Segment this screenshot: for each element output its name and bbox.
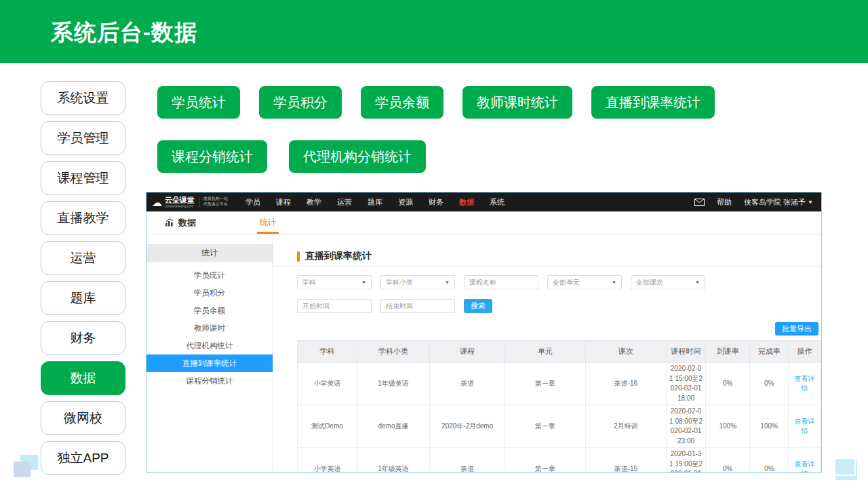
decor-square-outline — [827, 455, 856, 476]
quick-link-button[interactable]: 学员统计 — [157, 86, 240, 119]
view-details-link[interactable]: 查看详情 — [789, 363, 821, 405]
chevron-down-icon: ▼ — [808, 199, 813, 205]
panel-menu-item[interactable]: 直播到课率统计 — [146, 354, 273, 372]
cell-subcategory: 1年级英语 — [357, 448, 429, 474]
table-header-cell: 课次 — [586, 341, 667, 363]
decor-square-lavender — [14, 462, 31, 477]
admin-nav-menu-item[interactable]: 学员 — [245, 197, 260, 207]
quick-link-button[interactable]: 教师课时统计 — [462, 86, 572, 119]
table-row: 测试Demo demo直播 2020年-2月demo 第一章 2月特训 2020… — [298, 405, 821, 448]
admin-nav-menu-item[interactable]: 课程 — [276, 197, 291, 207]
cell-unit: 第一章 — [505, 363, 586, 405]
date-input[interactable]: 结束时间 — [380, 299, 455, 313]
admin-nav-menu-item[interactable]: 资源 — [398, 197, 413, 207]
quick-link-button[interactable]: 学员积分 — [259, 86, 342, 119]
tab-statistics[interactable]: 统计 — [260, 211, 276, 234]
cell-attendance-rate: 0% — [706, 448, 750, 474]
search-button[interactable]: 搜索 — [464, 299, 492, 313]
chevron-down-icon: ▼ — [445, 280, 450, 285]
cell-time: 2020-02-01 08:00至2020-02-01 23:00 — [666, 405, 706, 448]
panel-menu-item[interactable]: 教师课时 — [146, 319, 273, 337]
cell-completion-rate: 0% — [750, 448, 789, 474]
view-details-link[interactable]: 查看详情 — [789, 448, 821, 474]
logo-domain: yunduoketang.com — [165, 205, 195, 208]
admin-nav-menu-item[interactable]: 教学 — [307, 197, 321, 207]
cell-course: 2020年-2月demo — [430, 405, 505, 448]
sidebar-button[interactable]: 独立APP — [41, 441, 125, 475]
sidebar-button[interactable]: 财务 — [41, 321, 125, 355]
cell-time: 2020-02-01 15:00至2020-02-01 18:00 — [666, 363, 706, 405]
admin-nav-menu-item[interactable]: 题库 — [368, 197, 382, 207]
table-header-cell: 课程 — [430, 341, 505, 363]
cell-subcategory: 1年级英语 — [357, 363, 429, 405]
filter-control[interactable]: 学科小类 ▼ — [380, 275, 455, 289]
cell-attendance-rate: 0% — [706, 363, 750, 405]
filter-control[interactable]: 课程名称 ▼ — [464, 275, 538, 289]
account-menu[interactable]: 侠客岛学院 张涵予 ▼ — [744, 197, 813, 207]
admin-nav-menu-item[interactable]: 数据 — [459, 197, 474, 207]
attendance-table: 学科学科小类课程单元课次课程时间到课率完成率操作 小学英语 1年级英语 茶道 第… — [297, 340, 821, 473]
chevron-down-icon: ▼ — [361, 280, 366, 285]
content-title: 直播到课率统计 — [305, 250, 372, 262]
quick-link-button[interactable]: 学员余额 — [361, 86, 443, 119]
quick-link-button[interactable]: 直播到课率统计 — [591, 86, 715, 119]
cell-course: 茶道 — [430, 448, 505, 474]
filter-control[interactable]: 全部单元 ▼ — [547, 275, 622, 289]
admin-main: 直播到课率统计 学科 ▼ 学科小类 ▼ 课程名称 — [273, 235, 821, 473]
divider — [273, 266, 821, 266]
sidebar: 系统设置 学员管理 课程管理 直播教学 运营 题库 财务 数据 微网校 独立AP… — [41, 81, 125, 481]
help-link[interactable]: 帮助 — [717, 197, 732, 207]
logo[interactable]: ☁ 云朵课堂 yunduoketang.com 教育机构一站 式教务云平台 — [152, 196, 228, 207]
admin-nav-menu-item[interactable]: 运营 — [337, 197, 352, 207]
page-title: 系统后台-数据 — [51, 18, 197, 48]
panel-menu-item[interactable]: 学员统计 — [146, 266, 273, 284]
sidebar-button[interactable]: 运营 — [41, 241, 125, 275]
sidebar-button[interactable]: 题库 — [41, 281, 125, 315]
mail-icon[interactable] — [694, 199, 705, 206]
chevron-down-icon: ▼ — [695, 280, 700, 285]
panel-menu-item[interactable]: 学员余额 — [146, 302, 273, 319]
panel-header: 统计 — [146, 244, 273, 262]
cell-time: 2020-01-31 15:00至2020-01-31 18:00 — [666, 448, 706, 474]
quick-buttons-row-2: 课程分销统计 代理机构分销统计 — [157, 140, 426, 173]
admin-nav-menu-item[interactable]: 系统 — [490, 197, 505, 207]
title-accent-bar — [297, 251, 300, 262]
quick-buttons-row-1: 学员统计 学员积分 学员余额 教师课时统计 直播到课率统计 — [157, 86, 715, 119]
batch-export-button[interactable]: 批量导出 — [775, 322, 818, 336]
cell-course: 茶道 — [430, 363, 505, 405]
table-header-row: 学科学科小类课程单元课次课程时间到课率完成率操作 — [298, 341, 821, 363]
cloud-logo-icon: ☁ — [152, 197, 162, 207]
admin-nav-menu: 学员 课程 教学 运营 题库 资源 财务 数据 系统 — [245, 197, 505, 207]
filter-control[interactable]: 学科 ▼ — [297, 275, 372, 289]
panel-menu-item[interactable]: 课程分销统计 — [146, 372, 273, 390]
cell-lesson: 2月特训 — [586, 405, 667, 448]
quick-link-button[interactable]: 代理机构分销统计 — [289, 140, 426, 173]
sidebar-button[interactable]: 系统设置 — [41, 81, 125, 115]
table-row: 小学英语 1年级英语 茶道 第一章 茶道-16 2020-02-01 15:00… — [298, 363, 821, 405]
cell-subject: 小学英语 — [298, 363, 357, 405]
cell-unit: 第一章 — [505, 448, 586, 474]
cell-lesson: 茶道-15 — [586, 448, 667, 474]
sidebar-button[interactable]: 数据 — [41, 361, 125, 395]
sidebar-button[interactable]: 直播教学 — [41, 201, 125, 235]
date-input[interactable]: 开始时间 — [297, 299, 372, 313]
filter-control[interactable]: 全部课次 ▼ — [631, 275, 705, 289]
admin-side-panel: 统计 学员统计 学员积分 学员余额 教师课时 代理机构统计 直播到课率统计 课程… — [146, 235, 273, 473]
sidebar-button[interactable]: 课程管理 — [41, 161, 125, 195]
bar-chart-icon — [165, 218, 174, 228]
quick-link-button[interactable]: 课程分销统计 — [157, 140, 267, 173]
sidebar-button[interactable]: 微网校 — [41, 401, 125, 435]
filter-row-1: 学科 ▼ 学科小类 ▼ 课程名称 ▼ 全部单元 — [297, 275, 705, 289]
cell-subcategory: demo直播 — [357, 405, 429, 448]
view-details-link[interactable]: 查看详情 — [789, 405, 821, 448]
cell-subject: 测试Demo — [298, 405, 357, 448]
admin-navbar: ☁ 云朵课堂 yunduoketang.com 教育机构一站 式教务云平台 学员… — [146, 192, 821, 211]
panel-menu: 学员统计 学员积分 学员余额 教师课时 代理机构统计 直播到课率统计 课程分销统… — [146, 266, 273, 390]
table-header-cell: 学科 — [298, 341, 357, 363]
table-header-cell: 到课率 — [706, 341, 750, 363]
admin-nav-menu-item[interactable]: 财务 — [429, 197, 443, 207]
sidebar-button[interactable]: 学员管理 — [41, 121, 125, 155]
panel-menu-item[interactable]: 代理机构统计 — [146, 337, 273, 354]
admin-tabbar: 数据 统计 — [146, 211, 821, 235]
panel-menu-item[interactable]: 学员积分 — [146, 284, 273, 302]
